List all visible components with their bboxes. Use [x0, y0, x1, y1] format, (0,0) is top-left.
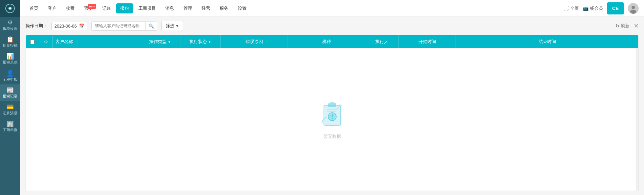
search-box: 🔍 [91, 22, 157, 31]
ce-badge[interactable]: CE [607, 2, 624, 14]
tax-overview-icon: 📊 [6, 53, 14, 59]
th-error: 错误原因 [221, 35, 288, 48]
main-area: 首页 客户 收费 票据 new 记账 报税 工商项目 消息 [20, 0, 644, 195]
th-checkbox[interactable] [26, 36, 39, 47]
filter-button[interactable]: 筛选 ▼ [161, 21, 183, 31]
annual-report-icon: 🏢 [6, 121, 14, 127]
svg-point-12 [332, 118, 333, 119]
sidebar-item-batch-tax[interactable]: 📋 批量报税 [0, 34, 20, 50]
refresh-icon: ↻ [615, 23, 619, 29]
nav-item-messages[interactable]: 消息 [161, 3, 178, 13]
fullscreen-button[interactable]: ⛶ 全屏 [563, 5, 579, 11]
close-button[interactable]: ✕ [634, 23, 639, 29]
sidebar-item-tax-overview[interactable]: 📊 报税总览 [0, 50, 20, 67]
calendar-icon: 📅 [79, 24, 84, 29]
date-picker[interactable]: 2023-06-06 📅 [51, 22, 87, 30]
date-label: 操作日期： [26, 23, 47, 29]
personal-tax-icon: 👤 [6, 70, 14, 76]
scrollbar-track[interactable] [636, 48, 638, 191]
empty-state: 暂无数据 [312, 92, 352, 146]
tax-records-icon: 📰 [6, 87, 14, 93]
sidebar-label-tax-records: 报税记录 [3, 94, 17, 99]
settlement-icon: 💳 [6, 104, 14, 110]
vip-button[interactable]: 📺 畅会员 [583, 5, 603, 11]
sidebar-logo[interactable] [0, 0, 20, 17]
sidebar-label-batch-tax: 批量报税 [3, 43, 17, 48]
th-status[interactable]: 执行状态 ▼ [180, 35, 221, 48]
vip-icon: 📺 [583, 6, 589, 11]
svg-point-1 [9, 7, 11, 9]
sidebar-label-personal-tax: 个税申报 [3, 77, 17, 82]
table-body: 暂无数据 [26, 48, 638, 191]
nav-item-settings[interactable]: 设置 [234, 3, 251, 13]
op-type-sort-icon: ▼ [168, 40, 171, 44]
new-badge: new [88, 4, 96, 9]
nav-item-billing[interactable]: 收费 [62, 3, 79, 13]
search-button[interactable]: 🔍 [145, 22, 157, 30]
page-content: 操作日期： 2023-06-06 📅 🔍 筛选 ▼ ↻ 刷新 ✕ [20, 17, 644, 195]
sidebar-label-tax-settings: 报税设置 [3, 27, 17, 31]
sidebar-label-tax-overview: 报税总览 [3, 60, 17, 65]
th-name: 客户名称 [53, 35, 140, 48]
th-end-time: 结束时间 [456, 35, 638, 48]
sidebar-item-annual-report[interactable]: 🏢 工商年报 [0, 118, 20, 135]
nav-item-invoices[interactable]: 票据 new [80, 3, 97, 13]
date-value: 2023-06-06 [54, 24, 77, 29]
sidebar-label-annual-report: 工商年报 [3, 128, 17, 132]
table-container: ⚙ 客户名称 操作类型 ▼ 执行状态 ▼ 错误原因 税种 [26, 35, 639, 191]
svg-point-3 [632, 6, 635, 9]
nav-item-business[interactable]: 工商项目 [134, 3, 160, 13]
th-op-type[interactable]: 操作类型 ▼ [140, 35, 180, 48]
svg-marker-16 [321, 121, 324, 123]
th-settings[interactable]: ⚙ [39, 36, 53, 48]
sidebar-item-personal-tax[interactable]: 👤 个税申报 [0, 68, 20, 84]
nav-item-home[interactable]: 首页 [26, 3, 42, 13]
nav-item-customers[interactable]: 客户 [44, 3, 60, 13]
empty-illustration [319, 99, 346, 129]
search-input[interactable] [92, 22, 145, 30]
th-tax: 税种 [288, 35, 365, 48]
batch-tax-icon: 📋 [6, 36, 14, 42]
refresh-button[interactable]: ↻ 刷新 [615, 23, 630, 29]
fullscreen-icon: ⛶ [563, 5, 569, 11]
th-executor: 执行人 [365, 35, 399, 48]
empty-text: 暂无数据 [324, 133, 341, 140]
filter-bar: 操作日期： 2023-06-06 📅 🔍 筛选 ▼ ↻ 刷新 ✕ [26, 21, 639, 31]
svg-rect-11 [332, 114, 333, 117]
sidebar-item-settlement[interactable]: 💳 汇算清缴 [0, 101, 20, 118]
top-nav-right: ⛶ 全屏 📺 畅会员 CE [563, 2, 639, 14]
nav-items: 首页 客户 收费 票据 new 记账 报税 工商项目 消息 [26, 3, 563, 13]
select-all-checkbox[interactable] [30, 40, 35, 44]
top-nav: 首页 客户 收费 票据 new 记账 报税 工商项目 消息 [20, 0, 644, 17]
svg-rect-8 [330, 102, 335, 105]
th-start-time: 开始时间 [399, 35, 456, 48]
sidebar-item-tax-settings[interactable]: ⚙ 报税设置 [0, 17, 20, 34]
search-icon: 🔍 [148, 24, 154, 29]
table-header: ⚙ 客户名称 操作类型 ▼ 执行状态 ▼ 错误原因 税种 [26, 35, 638, 48]
sidebar: ⚙ 报税设置 📋 批量报税 📊 报税总览 👤 个税申报 📰 报税记录 💳 汇算清… [0, 0, 20, 195]
nav-item-accounts[interactable]: 记账 [98, 3, 115, 13]
filter-label-text: 筛选 [166, 23, 174, 29]
tax-settings-icon: ⚙ [7, 20, 13, 26]
settings-icon: ⚙ [44, 39, 48, 44]
nav-item-services[interactable]: 服务 [216, 3, 232, 13]
sidebar-item-tax-records[interactable]: 📰 报税记录 [0, 84, 20, 101]
nav-item-finance[interactable]: 经营 [198, 3, 214, 13]
nav-item-tax-report[interactable]: 报税 [116, 3, 133, 13]
chevron-down-icon: ▼ [176, 24, 179, 28]
nav-item-management[interactable]: 管理 [179, 3, 196, 13]
avatar[interactable] [628, 3, 639, 14]
status-sort-icon: ▼ [208, 40, 211, 44]
svg-point-4 [630, 10, 636, 14]
sidebar-label-settlement: 汇算清缴 [3, 111, 17, 115]
